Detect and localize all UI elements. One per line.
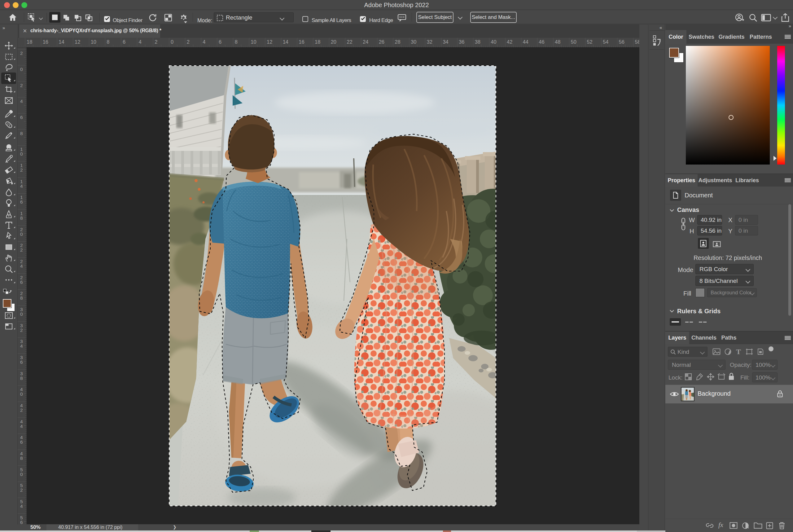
svg-text:24: 24 [363,39,368,45]
svg-text:4: 4 [20,184,23,189]
svg-text:0: 0 [20,151,23,156]
svg-text:0: 0 [20,391,23,397]
svg-text:34: 34 [443,39,448,45]
svg-text:8: 8 [107,39,109,45]
svg-text:52: 52 [587,39,592,45]
svg-text:22: 22 [347,39,352,45]
svg-text:2: 2 [187,39,190,45]
svg-text:44: 44 [523,39,528,45]
svg-text:18: 18 [315,39,320,45]
svg-text:8: 8 [20,131,23,136]
svg-text:0: 0 [20,231,23,237]
svg-text:12: 12 [267,39,272,45]
svg-text:46: 46 [539,39,544,45]
svg-text:50: 50 [571,39,577,45]
svg-text:48: 48 [555,39,560,45]
svg-text:4: 4 [20,343,23,348]
svg-text:2: 2 [20,487,23,493]
svg-text:10: 10 [91,39,96,45]
svg-text:14: 14 [59,39,64,45]
svg-text:8: 8 [20,215,23,221]
svg-text:2: 2 [20,407,23,413]
svg-text:4: 4 [139,39,141,45]
svg-text:2: 2 [20,83,23,88]
svg-text:38: 38 [475,39,480,45]
svg-text:4: 4 [20,504,23,509]
svg-text:0: 0 [20,311,23,317]
svg-text:42: 42 [507,39,512,45]
svg-text:30: 30 [411,39,416,45]
svg-text:2: 2 [155,39,157,45]
svg-text:6: 6 [20,280,23,285]
svg-text:16: 16 [298,39,304,45]
svg-text:0: 0 [171,39,173,45]
svg-text:0: 0 [20,66,23,72]
svg-text:12: 12 [75,39,80,45]
svg-text:2: 2 [20,51,23,56]
svg-text:40: 40 [491,39,496,45]
svg-text:2: 2 [20,167,23,173]
svg-text:8: 8 [20,295,23,301]
svg-text:6: 6 [20,359,23,365]
svg-text:16: 16 [43,39,48,45]
svg-text:54: 54 [603,39,608,45]
svg-text:4: 4 [202,39,206,45]
svg-text:4: 4 [20,98,23,104]
svg-text:20: 20 [331,39,336,45]
svg-text:36: 36 [459,39,464,45]
svg-text:18: 18 [27,39,32,45]
svg-text:4: 4 [20,423,23,429]
svg-text:10: 10 [251,39,256,45]
svg-text:6: 6 [219,39,221,45]
svg-text:8: 8 [235,39,237,45]
svg-text:6: 6 [20,519,23,524]
svg-text:8: 8 [20,376,23,381]
svg-text:32: 32 [427,39,432,45]
svg-text:4: 4 [20,263,23,269]
svg-text:58: 58 [635,39,639,45]
svg-text:26: 26 [379,39,384,45]
svg-text:6: 6 [123,39,125,45]
svg-text:6: 6 [20,199,23,205]
svg-text:8: 8 [20,455,23,461]
svg-text:2: 2 [20,247,23,252]
svg-text:14: 14 [283,39,288,45]
svg-text:6: 6 [20,115,23,120]
svg-text:28: 28 [395,39,400,45]
svg-text:2: 2 [20,327,23,333]
svg-text:0: 0 [20,472,23,477]
svg-text:6: 6 [20,439,23,444]
svg-text:56: 56 [619,39,624,45]
